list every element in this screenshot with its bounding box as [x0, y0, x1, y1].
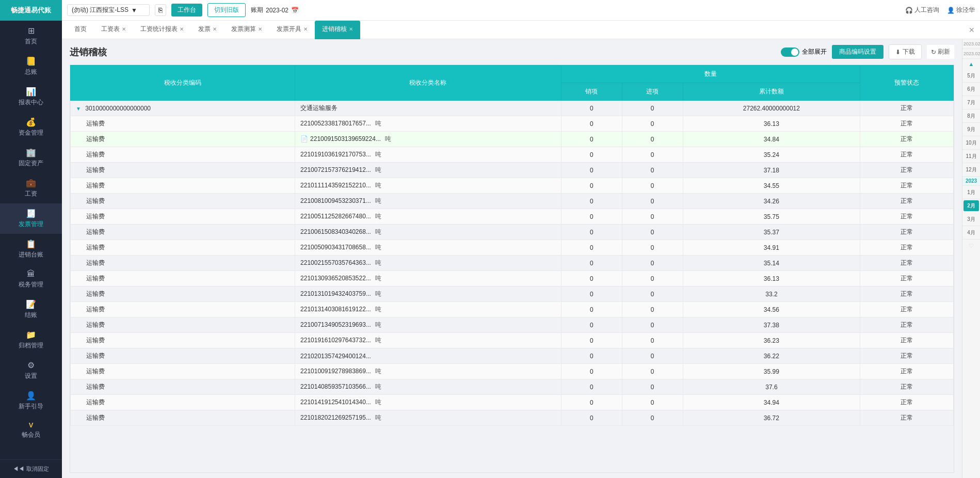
- sidebar-item-assets[interactable]: 🏢 固定资产: [0, 142, 62, 173]
- cell-sales: 0: [561, 271, 622, 286]
- tab-salary[interactable]: 工资表 ✕: [94, 21, 133, 39]
- cell-purchase: 0: [622, 410, 683, 426]
- tab-salary-stats[interactable]: 工资统计报表 ✕: [133, 21, 191, 39]
- period-label: 账期: [251, 6, 263, 14]
- cell-item-code: 运输费: [71, 225, 295, 240]
- sidebar-item-settlement[interactable]: 📝 结账: [0, 294, 62, 325]
- cell-item-code: 运输费: [71, 302, 295, 317]
- sidebar-item-ledger[interactable]: 📒 总账: [0, 51, 62, 82]
- right-panel: 2023.02 2023.02 ▲ 5月 6月 7月 8月 9月 10月 11月…: [962, 39, 980, 478]
- cell-purchase: 0: [622, 225, 683, 240]
- sidebar-item-invoice[interactable]: 🧾 发票管理: [0, 203, 62, 234]
- sidebar-footer-unpin[interactable]: ◀◀ 取消固定: [0, 459, 62, 478]
- unit-label: 吨: [375, 368, 381, 375]
- member-icon: V: [29, 421, 34, 429]
- invoice-number-text: 2210052338178017657...: [300, 120, 371, 127]
- sidebar-item-settings[interactable]: ⚙ 设置: [0, 355, 62, 386]
- tax-icon: 🏛: [27, 269, 35, 279]
- sidebar-item-sales-ledger[interactable]: 📋 进销台账: [0, 234, 62, 264]
- table-row: 运输费2210131019432403759...吨0033.2正常: [71, 286, 954, 302]
- reports-icon: 📊: [26, 87, 36, 97]
- product-code-button[interactable]: 商品编码设置: [832, 45, 883, 59]
- period-up-button[interactable]: ▲: [962, 59, 980, 69]
- cell-status: 正常: [860, 379, 954, 395]
- tab-invoice[interactable]: 发票 ✕: [191, 21, 224, 39]
- cell-sales: 0: [561, 116, 622, 132]
- copy-button[interactable]: ⎘: [155, 4, 166, 16]
- tab-salary-stats-close[interactable]: ✕: [180, 26, 184, 32]
- tab-home[interactable]: 首页: [67, 21, 94, 39]
- cell-sales: 0: [561, 178, 622, 194]
- table-row: 运输费2210051125282667480...吨0035.75正常: [71, 209, 954, 225]
- sidebar-item-home[interactable]: ⊞ 首页: [0, 21, 62, 51]
- tab-invoice-open-close[interactable]: ✕: [303, 26, 308, 32]
- cell-cumulative: 35.14: [683, 256, 860, 271]
- workspace-button[interactable]: 工作台: [171, 4, 202, 17]
- tab-invoice-calc-close[interactable]: ✕: [258, 26, 262, 32]
- tab-invoice-close[interactable]: ✕: [213, 26, 217, 32]
- support-label[interactable]: 🎧 人工咨询: [905, 6, 939, 14]
- invoice-number-text: 2210050903431708658...: [300, 244, 371, 251]
- table-row: 运输费2210061508340340268...吨0035.37正常: [71, 225, 954, 240]
- cell-purchase: 0: [622, 379, 683, 395]
- sidebar-item-capital[interactable]: 💰 资金管理: [0, 112, 62, 142]
- sidebar-item-tax[interactable]: 🏛 税务管理: [0, 264, 62, 294]
- switch-old-button[interactable]: 切到旧版: [207, 3, 246, 17]
- cell-invoice-number: 2210131403081619122...吨: [295, 302, 561, 317]
- period-oct[interactable]: 10月: [962, 136, 980, 150]
- sidebar: 畅捷通易代账 ⊞ 首页 📒 总账 📊 报表中心 💰 资金管理 🏢 固定资产 💼 …: [0, 0, 62, 478]
- sidebar-item-reports[interactable]: 📊 报表中心: [0, 82, 62, 112]
- expand-icon[interactable]: ▼: [76, 106, 81, 111]
- close-all-tabs-button[interactable]: ✕: [969, 26, 975, 34]
- sidebar-item-member[interactable]: V 畅会员: [0, 416, 62, 444]
- period-may[interactable]: 5月: [962, 69, 980, 83]
- chevron-down-icon: ▼: [131, 7, 137, 14]
- cell-item-code: 运输费: [71, 410, 295, 426]
- tab-sales-verify[interactable]: 进销稽核 ✕: [315, 21, 360, 39]
- tab-invoice-open[interactable]: 发票开具 ✕: [269, 21, 315, 39]
- tab-salary-close[interactable]: ✕: [122, 26, 126, 32]
- period-aug[interactable]: 8月: [962, 109, 980, 123]
- period-mar[interactable]: 3月: [962, 213, 980, 226]
- period-jan[interactable]: 1月: [962, 186, 980, 199]
- toggle-track[interactable]: [781, 47, 799, 57]
- sidebar-item-label: 结账: [25, 311, 37, 320]
- unit-label: 吨: [375, 290, 381, 297]
- heart-icon[interactable]: ♡: [962, 240, 980, 252]
- company-selector[interactable]: (勿动) 江西报宝-LSS ▼: [67, 4, 150, 16]
- cell-purchase: 0: [622, 333, 683, 348]
- period-dec[interactable]: 12月: [962, 163, 980, 177]
- cell-invoice-number: 2210051125282667480...吨: [295, 209, 561, 225]
- unit-label: 吨: [375, 337, 381, 344]
- sidebar-item-payroll[interactable]: 💼 工资: [0, 173, 62, 203]
- cell-status: 正常: [860, 178, 954, 194]
- user-name[interactable]: 👤 徐泾华: [947, 6, 975, 14]
- cell-status: 正常: [860, 317, 954, 333]
- headset-icon: 🎧: [905, 7, 913, 14]
- expand-toggle[interactable]: 全部展开: [781, 47, 827, 57]
- table-row: 运输费2210140859357103566...吨0037.6正常: [71, 379, 954, 395]
- period-sep[interactable]: 9月: [962, 123, 980, 136]
- period-nov[interactable]: 11月: [962, 150, 980, 163]
- period-jul[interactable]: 7月: [962, 96, 980, 109]
- cell-status: 正常: [860, 132, 954, 147]
- tab-sales-verify-close[interactable]: ✕: [349, 26, 353, 32]
- period-feb-current[interactable]: 2月: [963, 200, 979, 212]
- cell-item-code: 运输费: [71, 256, 295, 271]
- period-apr[interactable]: 4月: [962, 226, 980, 240]
- settlement-icon: 📝: [26, 299, 36, 309]
- cell-cumulative: 37.6: [683, 379, 860, 395]
- sidebar-item-guide[interactable]: 👤 新手引导: [0, 386, 62, 416]
- cell-sales: 0: [561, 317, 622, 333]
- download-button[interactable]: ⬇ 下载: [889, 44, 922, 59]
- tab-invoice-calc[interactable]: 发票测算 ✕: [224, 21, 269, 39]
- cell-item-code: 运输费: [71, 163, 295, 178]
- table-row: 运输费2210072157376219412...吨0037.18正常: [71, 163, 954, 178]
- period-jun[interactable]: 6月: [962, 83, 980, 96]
- refresh-button[interactable]: ↻ 刷新: [927, 45, 954, 59]
- calendar-icon[interactable]: 📅: [291, 7, 299, 14]
- cell-cumulative: 36.13: [683, 116, 860, 132]
- cell-invoice-number: 2210191610297643732...吨: [295, 333, 561, 348]
- sidebar-item-archive[interactable]: 📁 归档管理: [0, 325, 62, 355]
- cell-cumulative: 36.72: [683, 410, 860, 426]
